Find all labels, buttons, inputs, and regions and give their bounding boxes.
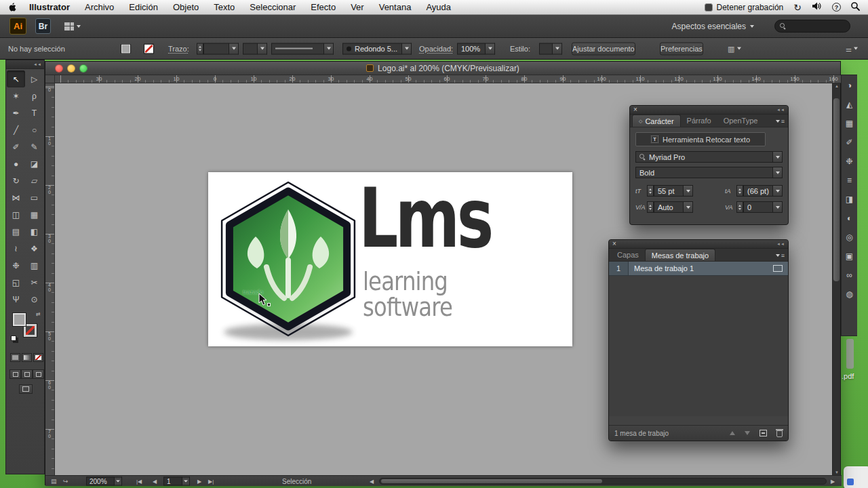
artboard-name[interactable]: Mesa de trabajo 1 <box>629 262 773 275</box>
artboard-list-empty-area[interactable] <box>609 276 788 416</box>
opacity-control[interactable]: 100% <box>457 43 495 54</box>
zoom-window-button[interactable] <box>79 64 87 73</box>
fill-swatch[interactable] <box>12 312 26 327</box>
menu-item-archivo[interactable]: Archivo <box>85 2 114 12</box>
status-doc-icon[interactable]: ▤ <box>51 478 57 485</box>
collapse-icon[interactable]: ◄◄ <box>776 108 785 112</box>
type-tool[interactable]: T <box>25 104 43 121</box>
artboard-list-item[interactable]: 1 Mesa de trabajo 1 <box>609 262 788 276</box>
touch-type-tool-button[interactable]: T Herramienta Retocar texto <box>635 132 766 146</box>
draw-inside-button[interactable] <box>33 369 44 379</box>
appearance-panel-icon[interactable]: ◎ <box>844 231 856 243</box>
status-export-icon[interactable]: ↪ <box>63 478 68 485</box>
collapse-icon[interactable]: ◄◄ <box>776 242 785 246</box>
first-artboard-button[interactable]: |◀ <box>136 478 142 484</box>
horizontal-scroll-thumb[interactable] <box>381 479 602 483</box>
font-size-dropdown[interactable] <box>684 185 693 197</box>
panel-menu-icon[interactable]: ≡ <box>776 252 785 259</box>
sync-status-icon[interactable]: ↻ <box>793 2 802 13</box>
artboard-number-dropdown[interactable] <box>182 476 190 485</box>
tracking-dropdown[interactable] <box>773 201 783 213</box>
color-guide-panel-icon[interactable]: ◭ <box>844 98 856 110</box>
tab-mesas-de-trabajo[interactable]: Mesas de trabajo <box>645 249 715 261</box>
brushes-panel-icon[interactable]: ✐ <box>844 136 856 148</box>
panel-menu-icon[interactable]: ≡ <box>776 118 785 125</box>
last-artboard-button[interactable]: ▶| <box>208 478 214 484</box>
variable-width-dropdown[interactable] <box>243 43 267 54</box>
swatches-panel-icon[interactable]: ▦ <box>844 117 856 129</box>
magic-wand-tool[interactable]: ✶ <box>7 87 25 104</box>
horizontal-ruler[interactable]: 3020100102030405060708090100110120130140… <box>55 75 842 83</box>
zoom-control[interactable]: 200% <box>86 476 122 485</box>
close-window-button[interactable] <box>55 64 63 73</box>
scale-tool[interactable]: ▱ <box>25 172 43 189</box>
menu-item-objeto[interactable]: Objeto <box>173 2 199 12</box>
mesh-tool[interactable]: ▤ <box>7 223 25 240</box>
apple-menu-icon[interactable] <box>8 2 17 12</box>
vertical-scrollbar[interactable]: ▲ ▼ <box>832 83 840 475</box>
eyedropper-tool[interactable]: ≀ <box>7 240 25 257</box>
document-title-bar[interactable]: Logo.ai* al 200% (CMYK/Previsualizar) <box>45 62 840 75</box>
stroke-weight-dropdown[interactable] <box>229 43 239 54</box>
menu-item-seleccionar[interactable]: Seleccionar <box>250 2 296 12</box>
width-profile-arrow[interactable] <box>324 43 334 54</box>
stroke-panel-icon[interactable]: ≡ <box>844 174 856 186</box>
color-button[interactable] <box>10 353 20 362</box>
navigator-panel-icon[interactable]: ◍ <box>844 288 856 300</box>
artboard-icon[interactable] <box>773 265 783 272</box>
font-family-dropdown[interactable] <box>773 151 783 163</box>
symbols-panel-icon[interactable]: ❉ <box>844 155 856 167</box>
leading-stepper[interactable] <box>736 185 743 197</box>
menu-app-name[interactable]: Illustrator <box>29 2 70 12</box>
opacity-field[interactable]: 100% <box>457 43 486 54</box>
stroke-color-swatch[interactable] <box>144 43 154 54</box>
draw-behind-button[interactable] <box>21 369 33 379</box>
close-icon[interactable]: × <box>633 106 637 113</box>
blob-brush-tool[interactable]: ● <box>7 155 25 172</box>
menu-item-texto[interactable]: Texto <box>214 2 235 12</box>
opacity-dropdown[interactable] <box>486 43 495 54</box>
graphic-style-arrow[interactable] <box>553 43 562 54</box>
symbol-sprayer-tool[interactable]: ❉ <box>7 257 25 274</box>
artboard-number-value[interactable]: 1 <box>163 476 182 485</box>
leading-control[interactable]: tA (66 pt) <box>725 185 783 197</box>
slice-tool[interactable]: ✂ <box>25 274 43 291</box>
tracking-value[interactable]: 0 <box>743 201 773 213</box>
ruler-origin-corner[interactable] <box>45 75 55 83</box>
line-segment-tool[interactable]: ╱ <box>7 121 25 138</box>
menu-item-ayuda[interactable]: Ayuda <box>426 2 451 12</box>
ellipse-tool[interactable]: ○ <box>25 121 43 138</box>
search-box[interactable] <box>774 20 850 33</box>
leading-dropdown[interactable] <box>773 185 783 197</box>
paintbrush-tool[interactable]: ✐ <box>7 138 25 155</box>
new-artboard-button[interactable] <box>760 430 767 436</box>
links-panel-icon[interactable]: ∞ <box>844 269 856 281</box>
brush-definition-dropdown[interactable]: Redondo 5... <box>342 43 412 54</box>
scroll-up-icon[interactable]: ▲ <box>833 84 841 88</box>
column-graph-tool[interactable]: ▥ <box>25 257 43 274</box>
volume-icon[interactable] <box>812 2 822 12</box>
font-family-field[interactable]: Myriad Pro <box>635 151 773 163</box>
kerning-dropdown[interactable] <box>684 201 693 213</box>
fit-document-button[interactable]: Ajustar documento <box>572 42 635 55</box>
scroll-right-icon[interactable]: ▶ <box>831 478 835 484</box>
stop-recording-control[interactable]: Detener grabación <box>705 3 784 12</box>
scroll-down-icon[interactable]: ▼ <box>833 470 841 474</box>
bridge-button[interactable]: Br <box>35 18 51 34</box>
minimize-window-button[interactable] <box>67 64 75 73</box>
opacity-label[interactable]: Opacidad: <box>419 45 453 53</box>
draw-normal-button[interactable] <box>9 369 21 379</box>
help-menu-icon[interactable]: ? <box>832 3 841 12</box>
none-button[interactable] <box>33 353 43 362</box>
leading-value[interactable]: (66 pt) <box>743 185 773 197</box>
default-fill-stroke-icon[interactable] <box>11 336 16 341</box>
color-panel-icon[interactable]: ◑ <box>844 79 856 92</box>
preferences-button[interactable]: Preferencias <box>660 42 703 55</box>
kerning-stepper[interactable] <box>647 201 654 213</box>
anchor-point-handle[interactable] <box>267 303 271 306</box>
tracking-stepper[interactable] <box>736 201 743 213</box>
menu-item-ver[interactable]: Ver <box>351 2 364 12</box>
collapse-icon[interactable]: ◄◄ <box>33 62 41 66</box>
graphic-styles-panel-icon[interactable]: ▣ <box>844 250 856 262</box>
tools-panel-header[interactable]: ◄◄ <box>6 60 44 69</box>
